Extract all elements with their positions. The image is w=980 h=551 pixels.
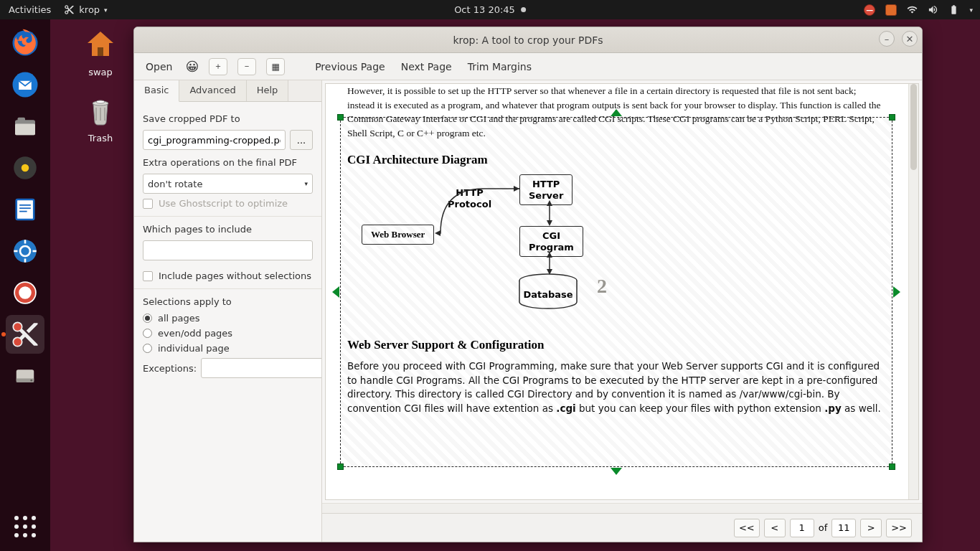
battery-icon: [948, 4, 959, 15]
crop-handle-se[interactable]: [889, 463, 895, 470]
radio-all-pages[interactable]: all pages: [143, 313, 313, 324]
security-indicator-icon[interactable]: [885, 4, 897, 16]
krop-face-icon[interactable]: 😀: [185, 59, 199, 74]
svg-rect-4: [18, 118, 26, 123]
side-panel: Basic Advanced Help Save cropped PDF to …: [134, 80, 322, 542]
radio-even-odd[interactable]: even/odd pages: [143, 328, 313, 339]
activities-button[interactable]: Activities: [9, 4, 51, 15]
trash-icon: [83, 93, 118, 128]
save-path-input[interactable]: [143, 130, 286, 150]
svg-point-23: [30, 380, 32, 382]
browse-button[interactable]: ...: [290, 130, 313, 150]
dock-files[interactable]: [6, 107, 44, 146]
svg-point-20: [14, 338, 22, 346]
crop-handle-sw[interactable]: [337, 463, 344, 470]
extra-ops-label: Extra operations on the final PDF: [143, 157, 313, 168]
app-menu[interactable]: krop ▾: [64, 4, 107, 15]
previous-page-button[interactable]: Previous Page: [312, 60, 388, 74]
prev-page-button[interactable]: <: [764, 519, 786, 537]
current-page-input[interactable]: [790, 519, 814, 537]
next-page-button[interactable]: Next Page: [398, 60, 455, 74]
pdf-area: However, it is possible to set up the HT…: [322, 80, 922, 542]
desktop-folder-swap[interactable]: swap: [72, 27, 129, 77]
horizontal-scrollbar[interactable]: [322, 503, 922, 513]
close-button[interactable]: ✕: [902, 31, 918, 47]
clock[interactable]: Oct 13 20:45: [454, 4, 526, 15]
svg-rect-24: [98, 47, 103, 56]
krop-window: krop: A tool to crop your PDFs – ✕ Open …: [133, 27, 923, 542]
dock-krop[interactable]: [6, 315, 44, 354]
radio-icon: [143, 344, 152, 353]
which-pages-input[interactable]: [143, 240, 313, 260]
svg-rect-10: [19, 207, 31, 209]
show-applications[interactable]: [11, 512, 39, 541]
desktop-trash[interactable]: Trash: [72, 93, 129, 143]
crop-handle-e[interactable]: [893, 286, 900, 298]
next-page-button[interactable]: >: [860, 519, 882, 537]
svg-point-26: [96, 100, 105, 103]
exceptions-label: Exceptions:: [143, 363, 197, 374]
trim-margins-button[interactable]: Trim Margins: [465, 60, 534, 74]
exceptions-input[interactable]: [201, 358, 321, 378]
svg-point-19: [14, 323, 22, 331]
tab-basic[interactable]: Basic: [134, 80, 179, 102]
last-page-button[interactable]: >>: [886, 519, 912, 537]
dock-settings[interactable]: [6, 232, 44, 270]
crop-handle-nw[interactable]: [337, 114, 344, 121]
open-button[interactable]: Open: [143, 60, 175, 74]
dropdown-icon: ▾: [969, 6, 973, 14]
crop-handle-n[interactable]: [611, 109, 622, 116]
tab-advanced[interactable]: Advanced: [179, 80, 246, 101]
pdf-viewport[interactable]: However, it is possible to set up the HT…: [325, 83, 919, 500]
crop-selection[interactable]: [340, 117, 892, 467]
save-label: Save cropped PDF to: [143, 113, 313, 124]
crop-handle-w[interactable]: [332, 286, 339, 298]
dock-thunderbird[interactable]: [6, 65, 44, 104]
radio-individual[interactable]: individual page: [143, 343, 313, 354]
notification-dot-icon: [521, 7, 526, 12]
pager: << < of > >>: [322, 513, 922, 542]
dock-rhythmbox[interactable]: [6, 149, 44, 187]
update-indicator-icon[interactable]: −: [864, 4, 875, 16]
radio-icon: [143, 314, 152, 323]
dock-writer[interactable]: [6, 190, 44, 229]
checkbox-icon: [143, 271, 153, 281]
first-page-button[interactable]: <<: [734, 519, 760, 537]
system-indicators[interactable]: − ▾: [864, 4, 973, 16]
minimize-button[interactable]: –: [879, 31, 895, 47]
crop-handle-ne[interactable]: [889, 114, 895, 121]
toolbar: Open 😀 ＋ － ▦ Previous Page Next Page Tri…: [134, 53, 922, 80]
svg-rect-11: [19, 211, 27, 212]
dock-disk[interactable]: [6, 357, 44, 395]
zoom-in-button[interactable]: ＋: [209, 58, 227, 75]
volume-icon: [928, 4, 938, 15]
radio-icon: [143, 329, 152, 338]
system-top-bar: Activities krop ▾ Oct 13 20:45 − ▾: [0, 0, 980, 19]
rotate-select[interactable]: don't rotate▾: [143, 174, 313, 194]
svg-rect-7: [17, 199, 34, 220]
selections-apply-label: Selections apply to: [143, 296, 313, 307]
dock-firefox[interactable]: [6, 24, 44, 62]
svg-rect-9: [19, 204, 31, 206]
include-without-selections-checkbox[interactable]: Include pages without selections: [143, 270, 313, 281]
vertical-scrollbar[interactable]: [908, 84, 918, 499]
window-title: krop: A tool to crop your PDFs: [453, 34, 603, 46]
dock: [0, 19, 50, 551]
svg-point-6: [22, 164, 29, 172]
ghostscript-checkbox: Use Ghostscript to optimize: [143, 198, 313, 209]
titlebar[interactable]: krop: A tool to crop your PDFs – ✕: [134, 27, 922, 53]
scissors-icon: [64, 4, 75, 15]
crop-handle-s[interactable]: [611, 468, 622, 475]
dock-help[interactable]: [6, 273, 44, 312]
svg-rect-3: [15, 124, 35, 136]
total-pages: [831, 519, 856, 537]
chevron-down-icon: ▾: [304, 180, 308, 187]
zoom-out-button[interactable]: －: [237, 58, 256, 75]
checkbox-icon: [143, 199, 153, 209]
wifi-icon: [907, 4, 918, 15]
dropdown-icon: ▾: [104, 6, 108, 14]
home-folder-icon: [83, 27, 118, 62]
tab-help[interactable]: Help: [247, 80, 289, 101]
fit-page-button[interactable]: ▦: [266, 58, 285, 75]
panel-tabs: Basic Advanced Help: [134, 80, 321, 102]
